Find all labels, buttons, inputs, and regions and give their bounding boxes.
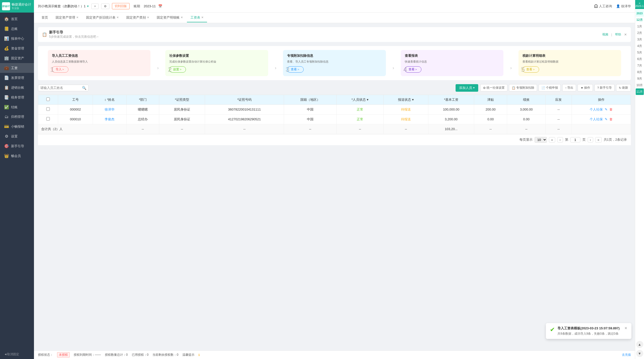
- calendar-month-7[interactable]: 7月: [636, 62, 644, 69]
- sidebar-label: 结账: [11, 105, 18, 110]
- charge-link[interactable]: 去充值: [622, 353, 631, 357]
- sidebar-icon: 📄: [4, 75, 9, 80]
- calendar-icon[interactable]: 📅: [158, 4, 162, 8]
- collapse-icon[interactable]: «: [635, 2, 644, 5]
- sidebar-unpin[interactable]: ◄取消固定: [0, 350, 34, 359]
- sidebar-label: 工资: [11, 66, 18, 70]
- calendar-month-12[interactable]: 12月: [636, 17, 644, 23]
- toolbar-导出-btn[interactable]: ↑导出: [562, 84, 576, 91]
- tab-固定资产管理[interactable]: 固定资产管理 ✕: [52, 13, 82, 22]
- first-page-btn[interactable]: «: [549, 137, 555, 142]
- sidebar-item-首页[interactable]: 🏠 首页: [0, 14, 34, 24]
- step-btn[interactable]: 设置＞: [169, 66, 186, 73]
- tab-close-icon[interactable]: ✕: [201, 16, 204, 19]
- up-arrow-icon[interactable]: ▲: [636, 341, 643, 348]
- sidebar-item-结账[interactable]: ✅ 结账: [0, 102, 34, 112]
- calendar-month-2[interactable]: 2月: [636, 30, 644, 36]
- toast-close-btn[interactable]: ✕: [624, 326, 627, 330]
- search-icon[interactable]: 🔍: [82, 86, 86, 90]
- step-btn[interactable]: 导入＞: [52, 66, 68, 73]
- sidebar-item-固定资产[interactable]: 🏢 固定资产: [0, 53, 34, 63]
- delete-icon[interactable]: 🗑: [609, 108, 613, 111]
- ai-service-btn[interactable]: 🎧 人工咨询: [594, 4, 612, 9]
- tab-close-icon[interactable]: ✕: [76, 16, 78, 19]
- action-icon: ⚙: [483, 86, 486, 90]
- employee-operation[interactable]: 个人社保 ✎ 🗑: [572, 114, 631, 124]
- sidebar-item-总账[interactable]: 📒 总账: [0, 24, 34, 34]
- calendar-month-4[interactable]: 4月: [636, 43, 644, 49]
- tab-close-icon[interactable]: ✕: [116, 16, 119, 19]
- wizard-video-btn[interactable]: 视频: [602, 32, 608, 37]
- search-input[interactable]: [40, 86, 80, 90]
- pagination: 每页显示 10 20 50 « ‹ 第 页 › » 共1页，2条记录: [38, 134, 631, 145]
- account-dropdown-icon[interactable]: ▾: [87, 4, 89, 8]
- tab-close-icon[interactable]: ✕: [147, 16, 149, 19]
- calendar-month-11[interactable]: 11月: [636, 88, 644, 95]
- employee-operation[interactable]: 个人社保 ✎ 🗑: [572, 105, 631, 114]
- page-size-select[interactable]: 10 20 50: [535, 137, 547, 143]
- tab-固定资产明细账[interactable]: 固定资产明细账 ✕: [153, 13, 186, 22]
- toolbar-个税申报-btn[interactable]: 📄个税申报: [539, 84, 561, 91]
- sidebar-icon: ✅: [4, 105, 9, 110]
- down-arrow-icon[interactable]: ▼: [636, 350, 643, 357]
- toolbar-操作-btn[interactable]: ▼操作: [578, 84, 593, 91]
- row-checkbox[interactable]: [38, 114, 58, 124]
- tab-工资表[interactable]: 工资表 ✕: [187, 13, 207, 22]
- toolbar-新手引导-btn[interactable]: ?新手引导: [594, 84, 615, 91]
- toolbar-刷新-btn[interactable]: ↻刷新: [616, 84, 631, 91]
- sidebar-item-发票管理[interactable]: 📄 发票管理: [0, 73, 34, 83]
- calendar-year-label[interactable]: 2023: [636, 10, 644, 17]
- calendar-month-3[interactable]: 3月: [636, 36, 644, 43]
- add-account-btn[interactable]: +: [91, 4, 99, 9]
- tab-close-icon[interactable]: ✕: [181, 16, 183, 19]
- calendar-month-9[interactable]: 9月: [636, 75, 644, 82]
- calendar-month-1[interactable]: 1月: [636, 23, 644, 30]
- step-btn[interactable]: 查看＞: [522, 66, 539, 73]
- switch-old-btn[interactable]: 切到旧版: [112, 3, 130, 9]
- toolbar-actions: ⚙统一社保设置📋专项附加扣除📄个税申报↑导出▼操作?新手引导↻刷新: [480, 84, 631, 91]
- prev-page-btn[interactable]: ‹: [557, 137, 563, 142]
- action-icon: 📋: [512, 86, 515, 90]
- step-num: 3: [286, 66, 290, 74]
- edit-icon[interactable]: ✎: [605, 108, 608, 111]
- sidebar-item-资金管理[interactable]: 💰 资金管理: [0, 43, 34, 53]
- wizard-close-btn[interactable]: ✕: [624, 33, 627, 36]
- add-person-btn[interactable]: 添加人员 ▾: [456, 84, 478, 92]
- toolbar-统一社保设置-btn[interactable]: ⚙统一社保设置: [480, 84, 507, 91]
- last-page-btn[interactable]: »: [595, 137, 601, 142]
- sidebar-item-归档管理[interactable]: 🗂 归档管理: [0, 112, 34, 122]
- sidebar-item-设置[interactable]: ⚙ 设置: [0, 131, 34, 141]
- sidebar-item-进销台账[interactable]: 📋 进销台账: [0, 83, 34, 92]
- edit-icon[interactable]: ✎: [605, 117, 608, 121]
- sidebar-item-小畅报销[interactable]: 💳 小畅报销: [0, 122, 34, 131]
- delete-icon[interactable]: 🗑: [609, 117, 613, 121]
- calendar-month-8[interactable]: 8月: [636, 69, 644, 75]
- employee-performance: 3,000.00: [507, 105, 546, 114]
- settings-btn[interactable]: ⚙: [101, 4, 109, 9]
- step-desc: 查看税款计算过程及明细数据: [522, 60, 617, 64]
- calendar-month-6[interactable]: 6月: [636, 56, 644, 62]
- account-selector[interactable]: 刘小艳演示账套（勿删勿动！）1 ▾: [38, 4, 89, 9]
- sidebar-item-工资[interactable]: 💼 工资: [0, 63, 34, 73]
- calendar-year: « 2023.11: [635, 0, 644, 9]
- sidebar-item-报表中心[interactable]: 📊 报表中心: [0, 34, 34, 43]
- header-checkbox[interactable]: [38, 95, 58, 105]
- calendar-month-5[interactable]: 5月: [636, 49, 644, 56]
- toolbar-专项附加扣除-btn[interactable]: 📋专项附加扣除: [509, 84, 537, 91]
- employee-name[interactable]: 徐泽华: [93, 105, 127, 114]
- sidebar-item-税务管理[interactable]: 📑 税务管理: [0, 92, 34, 102]
- wizard-help-btn[interactable]: 帮助: [615, 32, 621, 37]
- tab-首页[interactable]: 首页: [38, 13, 52, 22]
- sidebar-item-畅会员[interactable]: 👑 畅会员: [0, 151, 34, 161]
- topbar-right: 🎧 人工咨询 👤 徐泽华: [594, 4, 631, 9]
- employee-name[interactable]: 李俊杰: [93, 114, 127, 124]
- step-btn[interactable]: 查看＞: [287, 66, 304, 73]
- page-input[interactable]: [570, 137, 580, 142]
- tab-固定资产折旧统计表[interactable]: 固定资产折旧统计表 ✕: [83, 13, 122, 22]
- sidebar-item-新手引导[interactable]: 🎯 新手引导: [0, 141, 34, 151]
- row-checkbox[interactable]: [38, 105, 58, 114]
- tab-固定资产类别[interactable]: 固定资产类别 ✕: [123, 13, 153, 22]
- next-page-btn[interactable]: ›: [588, 137, 593, 142]
- tabbar: 首页固定资产管理 ✕固定资产折旧统计表 ✕固定资产类别 ✕固定资产明细账 ✕工资…: [34, 13, 635, 23]
- calendar-month-10[interactable]: 10月: [636, 82, 644, 88]
